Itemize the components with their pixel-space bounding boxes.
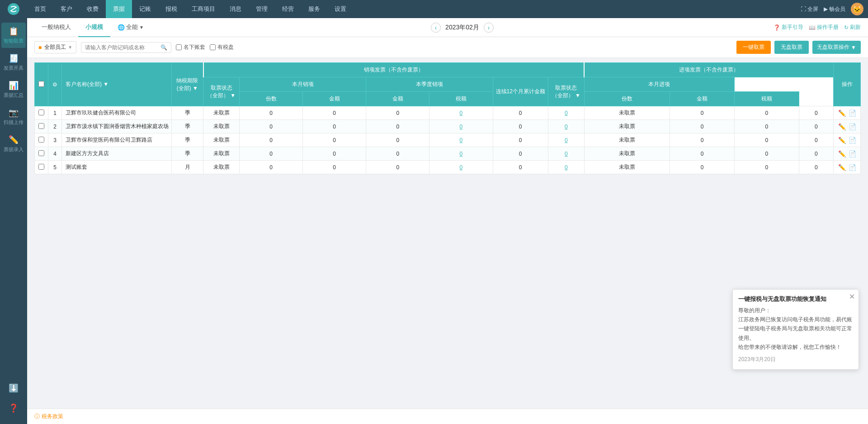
row-detail-icon[interactable]: 📄 <box>849 137 856 144</box>
row-tax-period: 季 <box>172 106 203 120</box>
nav-items: 首页 客户 收费 票据 记账 报税 工商项目 消息 管理 经营 服务 设置 <box>27 0 801 18</box>
refresh-button[interactable]: ↻ 刷新 <box>844 24 861 31</box>
nav-customer[interactable]: 客户 <box>53 0 80 18</box>
th-xiao-month: 本月销项 <box>240 77 366 92</box>
row-xiao-12month: 0 <box>548 106 584 120</box>
nav-operation[interactable]: 经营 <box>275 0 301 18</box>
th-xiao-month-amount: 金额 <box>303 92 366 106</box>
row-edit-icon[interactable]: ✏️ <box>838 150 846 157</box>
nav-business[interactable]: 工商项目 <box>184 0 222 18</box>
row-detail-icon[interactable]: 📄 <box>849 164 856 171</box>
notification-date: 2023年3月20日 <box>738 355 853 364</box>
row-xiao-quarter-amount: 0 <box>429 133 493 147</box>
nav-bookkeeping[interactable]: 记账 <box>132 0 158 18</box>
member-button[interactable]: ▶ 畅会员 <box>824 5 845 13</box>
nav-billing[interactable]: 收费 <box>80 0 106 18</box>
row-xiao-12month: 0 <box>548 133 584 147</box>
row-jin-month-count: 0 <box>670 147 735 161</box>
nav-invoice[interactable]: 票据 <box>106 0 132 18</box>
scan-upload-icon: 📷 <box>9 108 19 118</box>
row-xiao-quarter-tax: 0 <box>493 106 548 120</box>
no-disk-ops-button[interactable]: 无盘取票操作 ▼ <box>812 41 861 54</box>
nav-tax[interactable]: 报税 <box>158 0 184 18</box>
sidebar-item-invoice-summary[interactable]: 📊 票据汇总 <box>1 77 26 102</box>
top-nav-right: ⛶ 全屏 ▶ 畅会员 🐱 <box>801 3 863 15</box>
row-edit-icon[interactable]: ✏️ <box>838 164 846 171</box>
prev-month-button[interactable]: ‹ <box>431 23 441 33</box>
nav-settings[interactable]: 设置 <box>327 0 354 18</box>
table-row: 1 卫辉市玖玖健合医药有限公司 季 未取票 0 0 0 0 0 0 未取票 0 … <box>35 106 861 120</box>
no-disk-fetch-button[interactable]: 无盘取票 <box>774 41 809 54</box>
my-account-checkbox[interactable] <box>176 44 182 50</box>
row-actions: ✏️ 📄 <box>834 106 861 120</box>
fullscreen-button[interactable]: ⛶ 全屏 <box>801 5 818 13</box>
row-jin-month-count: 0 <box>670 120 735 133</box>
row-actions: ✏️ 📄 <box>834 161 861 174</box>
row-jin-month-tax: 0 <box>799 106 833 120</box>
row-xiao-month-tax: 0 <box>366 120 429 133</box>
row-index: 5 <box>48 161 62 174</box>
row-customer-name: 卫辉市汲水镇下圆涧香烟营木种植家庭农场 <box>62 120 172 133</box>
sidebar-item-data-entry[interactable]: ✏️ 票据录入 <box>1 131 26 157</box>
th-customer-name: 客户名称(全部) ▼ <box>62 63 172 106</box>
sidebar-item-download[interactable]: ⬇️ <box>1 380 26 397</box>
one-click-fetch-button[interactable]: 一键取票 <box>736 41 771 54</box>
row-detail-icon[interactable]: 📄 <box>849 110 856 117</box>
tab-small-scale[interactable]: 小规模 <box>78 18 110 37</box>
row-detail-icon[interactable]: 📄 <box>849 150 856 157</box>
employee-filter[interactable]: ■ 全部员工 ▼ <box>34 41 76 53</box>
nav-message[interactable]: 消息 <box>222 0 249 18</box>
search-input[interactable] <box>85 44 159 51</box>
row-checkbox[interactable] <box>35 120 48 133</box>
row-edit-icon[interactable]: ✏️ <box>838 123 846 130</box>
row-xiao-status: 未取票 <box>203 133 240 147</box>
tax-policy-link[interactable]: ⓘ 税务政策 <box>34 413 63 420</box>
sidebar-item-issue-invoice[interactable]: 🧾 发票开具 <box>1 50 26 75</box>
search-box: 🔍 <box>81 42 171 53</box>
new-guide-button[interactable]: ❓ 新手引导 <box>774 24 803 31</box>
th-jin-status: 取票状态（全部） ▼ <box>548 77 584 106</box>
row-index: 2 <box>48 120 62 133</box>
tax-disk-checkbox-label[interactable]: 有税盘 <box>210 43 234 51</box>
nav-service[interactable]: 服务 <box>301 0 327 18</box>
sidebar-item-scan-upload[interactable]: 📷 扫描上传 <box>1 104 26 129</box>
row-xiao-12month: 0 <box>548 161 584 174</box>
select-all-checkbox[interactable] <box>38 81 44 87</box>
notification-title: 一键报税与无盘取票功能恢复通知 <box>738 295 853 303</box>
user-avatar[interactable]: 🐱 <box>851 3 863 15</box>
th-jin-month-tax: 税额 <box>734 92 799 106</box>
row-customer-name: 卫辉市保和堂医药有限公司卫辉路店 <box>62 133 172 147</box>
tax-disk-checkbox[interactable] <box>210 44 216 50</box>
th-xiao-quarter-amount: 金额 <box>366 92 429 106</box>
table-row: 3 卫辉市保和堂医药有限公司卫辉路店 季 未取票 0 0 0 0 0 0 未取票… <box>35 133 861 147</box>
tab-all[interactable]: 🌐 全能 ▼ <box>110 18 151 37</box>
row-xiao-quarter-amount: 0 <box>429 106 493 120</box>
row-xiao-month-tax: 0 <box>366 147 429 161</box>
th-jin-month: 本月进项 <box>584 77 734 92</box>
row-edit-icon[interactable]: ✏️ <box>838 110 846 117</box>
row-checkbox[interactable] <box>35 147 48 161</box>
row-checkbox[interactable] <box>35 161 48 174</box>
row-customer-name: 测试账套 <box>62 161 172 174</box>
my-account-checkbox-label[interactable]: 名下账套 <box>176 43 205 51</box>
row-detail-icon[interactable]: 📄 <box>849 123 856 130</box>
row-jin-month-tax: 0 <box>799 120 833 133</box>
sidebar-item-help[interactable]: ❓ <box>1 400 26 417</box>
sidebar-item-smart-fetch[interactable]: 📋 智能取票 <box>1 23 26 48</box>
notification-close-button[interactable]: ✕ <box>849 292 855 301</box>
tab-general-taxpayer[interactable]: 一般纳税人 <box>34 18 78 37</box>
next-month-button[interactable]: › <box>484 23 494 33</box>
row-jin-month-tax: 0 <box>799 133 833 147</box>
invoice-summary-icon: 📊 <box>9 81 19 91</box>
manual-button[interactable]: 📖 操作手册 <box>809 24 839 31</box>
filter-dropdown-icon: ▼ <box>68 45 72 50</box>
row-checkbox[interactable] <box>35 133 48 147</box>
search-icon[interactable]: 🔍 <box>160 44 167 51</box>
row-jin-month-amount: 0 <box>734 106 799 120</box>
row-edit-icon[interactable]: ✏️ <box>838 137 846 144</box>
nav-home[interactable]: 首页 <box>27 0 53 18</box>
row-checkbox[interactable] <box>35 106 48 120</box>
nav-manage[interactable]: 管理 <box>249 0 275 18</box>
row-jin-status: 未取票 <box>584 106 670 120</box>
th-settings: ⚙ <box>48 63 62 106</box>
